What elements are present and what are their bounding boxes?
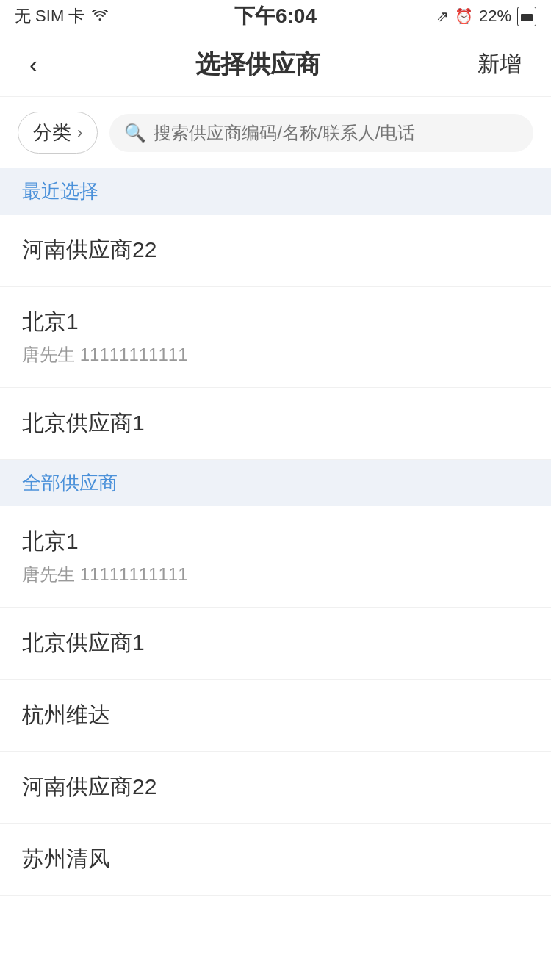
list-item[interactable]: 北京1唐先生 11111111111 <box>0 506 551 608</box>
location-icon: ⇗ <box>436 7 449 25</box>
recent-list: 河南供应商22北京1唐先生 11111111111北京供应商1 <box>0 215 551 460</box>
chevron-right-icon: › <box>77 123 82 143</box>
status-bar: 无 SIM 卡 下午6:04 ⇗ ⏰ 22% <box>0 0 551 32</box>
battery-label: 22% <box>479 7 511 26</box>
recent-section-header: 最近选择 <box>0 168 551 215</box>
list-item[interactable]: 北京1唐先生 11111111111 <box>0 287 551 388</box>
category-label: 分类 <box>33 120 71 145</box>
nav-bar: ‹ 选择供应商 新增 <box>0 32 551 97</box>
status-time: 下午6:04 <box>234 2 317 30</box>
category-button[interactable]: 分类 › <box>18 112 98 154</box>
item-name: 苏州清风 <box>22 844 529 874</box>
item-sub: 唐先生 11111111111 <box>22 563 529 586</box>
status-right: ⇗ ⏰ 22% <box>436 7 536 26</box>
search-icon: 🔍 <box>124 123 146 143</box>
add-button[interactable]: 新增 <box>470 42 529 87</box>
item-name: 北京1 <box>22 527 529 557</box>
list-item[interactable]: 杭州维达 <box>0 680 551 752</box>
item-name: 河南供应商22 <box>22 772 529 802</box>
item-name: 北京供应商1 <box>22 408 529 439</box>
item-name: 北京1 <box>22 307 529 337</box>
all-list: 北京1唐先生 11111111111北京供应商1杭州维达河南供应商22苏州清风 <box>0 506 551 896</box>
list-item[interactable]: 北京供应商1 <box>0 388 551 460</box>
all-section-header: 全部供应商 <box>0 460 551 506</box>
battery-icon <box>517 7 536 26</box>
list-item[interactable]: 北京供应商1 <box>0 608 551 680</box>
item-sub: 唐先生 11111111111 <box>22 343 529 367</box>
item-name: 杭州维达 <box>22 700 529 730</box>
page-title: 选择供应商 <box>195 48 320 82</box>
list-item[interactable]: 河南供应商22 <box>0 215 551 287</box>
list-item[interactable]: 河南供应商22 <box>0 752 551 824</box>
item-name: 北京供应商1 <box>22 628 529 658</box>
carrier-label: 无 SIM 卡 <box>15 5 84 27</box>
back-button[interactable]: ‹ <box>22 43 45 86</box>
item-name: 河南供应商22 <box>22 235 529 265</box>
search-box: 🔍 <box>109 114 533 152</box>
wifi-icon <box>92 7 108 26</box>
list-item[interactable]: 苏州清风 <box>0 824 551 896</box>
status-left: 无 SIM 卡 <box>15 5 108 27</box>
alarm-icon: ⏰ <box>455 7 473 25</box>
search-input[interactable] <box>154 123 519 143</box>
filter-bar: 分类 › 🔍 <box>0 97 551 168</box>
